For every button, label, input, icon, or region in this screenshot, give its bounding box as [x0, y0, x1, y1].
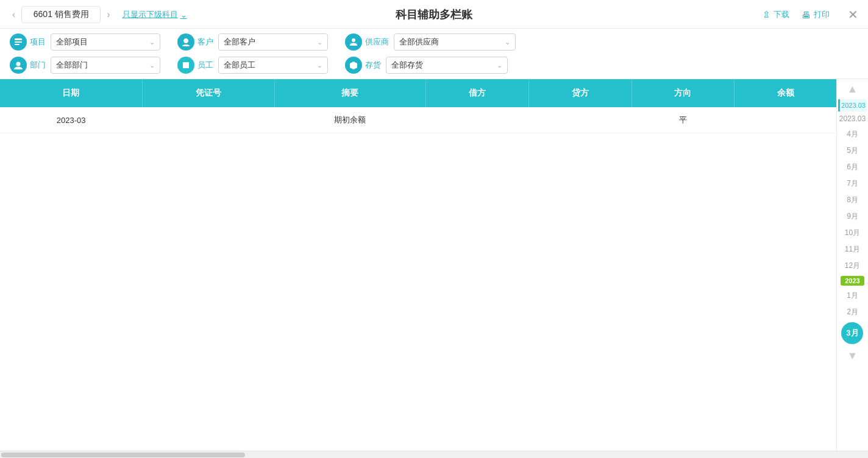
cell-direction: 平 [631, 107, 735, 133]
filter-row-1: 项目 全部项目 ⌄ 客户 全部客户 ⌄ 供应 [10, 33, 516, 51]
sidebar-item[interactable]: 8月 [838, 192, 867, 208]
supplier-icon [345, 33, 362, 51]
sidebar-item[interactable]: 11月 [838, 241, 867, 258]
cell-date: 2023-03 [0, 107, 142, 133]
department-icon [10, 57, 27, 74]
download-button[interactable]: ⇫ 下载 [763, 9, 789, 20]
show-sub-label: 只显示下级科目 [123, 9, 178, 20]
page-title: 科目辅助多栏账 [396, 7, 472, 22]
col-direction: 方向 [631, 79, 735, 107]
sidebar-item[interactable]: 2023 [841, 276, 864, 286]
filter-row-2: 部门 全部部门 ⌄ 员工 全部员工 ⌄ 存货 [10, 57, 508, 74]
table-container[interactable]: 日期 凭证号 摘要 借方 贷方 方向 余额 2023-03 期初余额 平 [0, 79, 836, 451]
employee-value: 全部员工 [224, 60, 255, 71]
filter-label-employee: 员工 [177, 57, 213, 74]
project-select[interactable]: 全部项目 ⌄ [51, 33, 160, 51]
project-label: 项目 [30, 37, 46, 48]
inventory-value: 全部存货 [391, 60, 423, 71]
download-icon: ⇫ [763, 9, 770, 20]
cell-credit [528, 107, 631, 133]
filter-label-customer: 客户 [177, 33, 213, 51]
svg-rect-2 [15, 44, 20, 45]
svg-rect-1 [15, 41, 22, 43]
customer-select[interactable]: 全部客户 ⌄ [218, 33, 328, 51]
show-sub-dropdown[interactable]: 只显示下级科目 ⌄ [123, 9, 187, 20]
svg-point-4 [16, 62, 21, 66]
customer-value: 全部客户 [224, 37, 255, 48]
cell-summary: 期初余额 [274, 107, 425, 133]
show-sub-arrow-icon: ⌄ [180, 10, 187, 19]
sidebar-item[interactable]: 5月 [838, 143, 867, 159]
employee-icon [177, 57, 194, 74]
department-label: 部门 [30, 60, 46, 71]
customer-icon [177, 33, 194, 51]
col-voucher: 凭证号 [142, 79, 274, 107]
filter-area: 项目 全部项目 ⌄ 客户 全部客户 ⌄ 供应 [0, 29, 868, 79]
project-value: 全部项目 [56, 37, 88, 48]
download-label: 下载 [774, 9, 789, 20]
supplier-arrow-icon: ⌄ [505, 38, 510, 46]
sidebar-item[interactable]: 3月 [841, 322, 863, 344]
supplier-label: 供应商 [365, 37, 389, 48]
inventory-label: 存货 [365, 60, 381, 71]
col-balance: 余额 [735, 79, 836, 107]
sidebar-item[interactable]: 1月 [838, 287, 867, 304]
project-arrow-icon: ⌄ [149, 38, 155, 46]
employee-arrow-icon: ⌄ [317, 62, 322, 69]
department-value: 全部部门 [56, 60, 88, 71]
employee-label: 员工 [197, 60, 213, 71]
supplier-select[interactable]: 全部供应商 ⌄ [394, 33, 516, 51]
sidebar-item[interactable]: 10月 [838, 225, 867, 241]
data-table: 日期 凭证号 摘要 借方 贷方 方向 余额 2023-03 期初余额 平 [0, 79, 836, 133]
customer-label: 客户 [197, 37, 213, 48]
col-date: 日期 [0, 79, 142, 107]
filter-label-project: 项目 [10, 33, 46, 51]
inventory-select[interactable]: 全部存货 ⌄ [386, 57, 508, 74]
sidebar-item[interactable]: 6月 [838, 159, 867, 175]
sidebar-down-arrow[interactable]: ▼ [837, 346, 868, 366]
project-icon [10, 33, 27, 51]
filter-label-inventory: 存货 [345, 57, 381, 74]
main-window: ‹ 6601 销售费用 › 只显示下级科目 ⌄ 科目辅助多栏账 ⇫ 下载 🖶 打… [0, 0, 868, 458]
nav-prev-arrow[interactable]: ‹ [10, 8, 18, 21]
svg-rect-0 [15, 38, 22, 40]
nav-next-arrow[interactable]: › [104, 8, 112, 21]
svg-point-3 [352, 38, 355, 42]
print-icon: 🖶 [802, 10, 811, 20]
sidebar-item[interactable]: 4月 [838, 126, 867, 143]
right-sidebar: ▲ 2023.032023.034月5月6月7月8月9月10月11月12月202… [836, 79, 868, 451]
table-wrapper: 日期 凭证号 摘要 借方 贷方 方向 余额 2023-03 期初余额 平 [0, 79, 868, 451]
title-bar: ‹ 6601 销售费用 › 只显示下级科目 ⌄ 科目辅助多栏账 ⇫ 下载 🖶 打… [0, 0, 868, 29]
sidebar-item[interactable]: 2023.03 [838, 111, 867, 126]
h-scrollbar-thumb[interactable] [1, 453, 245, 457]
cell-balance [735, 107, 836, 133]
cell-debit [425, 107, 528, 133]
h-scrollbar[interactable] [0, 451, 868, 458]
filter-label-supplier: 供应商 [345, 33, 389, 51]
sidebar-item[interactable]: 9月 [838, 208, 867, 225]
sidebar-up-arrow[interactable]: ▲ [837, 79, 868, 99]
col-debit: 借方 [425, 79, 528, 107]
table-row[interactable]: 2023-03 期初余额 平 [0, 107, 836, 133]
employee-select[interactable]: 全部员工 ⌄ [218, 57, 328, 74]
sidebar-item[interactable]: 2023.03 [838, 99, 867, 111]
department-arrow-icon: ⌄ [149, 62, 155, 69]
col-credit: 贷方 [528, 79, 631, 107]
filter-label-department: 部门 [10, 57, 46, 74]
cell-voucher [142, 107, 274, 133]
print-button[interactable]: 🖶 打印 [802, 9, 830, 20]
print-label: 打印 [814, 9, 830, 20]
sidebar-item[interactable]: 7月 [838, 175, 867, 192]
inventory-arrow-icon: ⌄ [497, 62, 502, 69]
title-bar-left: ‹ 6601 销售费用 › 只显示下级科目 ⌄ [10, 6, 187, 23]
supplier-value: 全部供应商 [399, 37, 439, 48]
sidebar-item[interactable]: 12月 [838, 258, 867, 274]
close-button[interactable]: ✕ [848, 7, 858, 22]
sidebar-item[interactable]: 2月 [838, 304, 867, 320]
title-bar-right: ⇫ 下载 🖶 打印 ✕ [763, 7, 858, 22]
customer-arrow-icon: ⌄ [317, 38, 322, 46]
account-code[interactable]: 6601 销售费用 [21, 6, 101, 23]
inventory-icon [345, 57, 362, 74]
department-select[interactable]: 全部部门 ⌄ [51, 57, 160, 74]
col-summary: 摘要 [274, 79, 425, 107]
